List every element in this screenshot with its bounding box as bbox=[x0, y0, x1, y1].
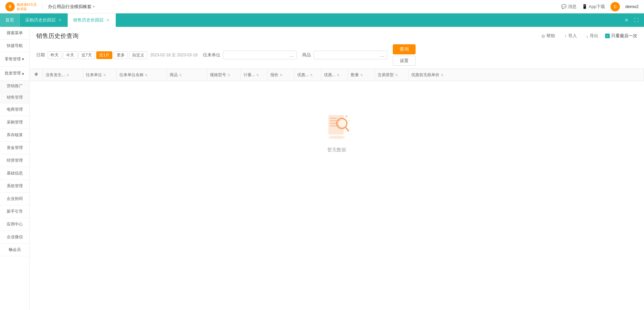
sidebar-item-sales-mgmt[interactable]: 销售管理 bbox=[0, 92, 29, 103]
goods-input[interactable] bbox=[317, 53, 380, 58]
th-unit-label: 计量... bbox=[244, 72, 255, 78]
th-spec[interactable]: 规格型号 ⇅ bbox=[207, 69, 241, 81]
query-button[interactable]: 查询 bbox=[393, 44, 416, 54]
th-quote-label: 报价 bbox=[270, 72, 278, 78]
tab-sales-history[interactable]: 销售历史价跟踪 ✕ bbox=[68, 13, 116, 27]
message-action[interactable]: 💬 消息 bbox=[561, 4, 577, 10]
sidebar-item-retail-mgmt[interactable]: 零售管理 ▼ bbox=[0, 52, 29, 66]
tab-home[interactable]: 首页 bbox=[0, 13, 20, 27]
sidebar-item-marketing[interactable]: 营销推广 bbox=[0, 81, 29, 92]
th-biz-date[interactable]: 业务发生... ⇅ bbox=[43, 69, 83, 81]
tab-sales-history-close-icon[interactable]: ✕ bbox=[106, 17, 110, 23]
sidebar-wholesale-mgmt-label: 批发管理 bbox=[5, 70, 21, 76]
close-all-tabs-icon[interactable]: ✕ bbox=[623, 16, 630, 24]
date-range-text: 2023-02-18 至 2023-03-18 bbox=[150, 52, 197, 58]
sidebar-finance-mgmt-label: 资金管理 bbox=[7, 145, 23, 151]
th-spec-sort-icon: ⇅ bbox=[227, 73, 230, 77]
sidebar-item-purchase-mgmt[interactable]: 采购管理 bbox=[0, 116, 29, 129]
only-last-checkbox[interactable]: ✓ 只看最后一次 bbox=[605, 33, 637, 39]
svg-rect-5 bbox=[330, 125, 340, 126]
sidebar-ops-mgmt-label: 经营管理 bbox=[7, 158, 23, 163]
th-quantity-label: 数量 bbox=[351, 72, 359, 78]
content-area: 销售历史价查询 ⊙ 帮助 ↑ 导入 ↓ 导出 ✓ bbox=[30, 27, 644, 310]
app-logo-text: 畅捷通好生意 标准版 bbox=[17, 2, 37, 11]
partner-label: 往来单位 bbox=[203, 52, 220, 58]
sidebar-inventory-label: 库存核算 bbox=[7, 132, 23, 138]
user-avatar-icon: D bbox=[614, 5, 616, 9]
sidebar-item-finance-mgmt[interactable]: 资金管理 bbox=[0, 142, 29, 154]
th-settings[interactable] bbox=[30, 69, 43, 81]
date-btn-custom[interactable]: 自定义 bbox=[129, 51, 147, 59]
th-partner-code[interactable]: 往来单位 ⇅ bbox=[83, 69, 117, 81]
sidebar-sales-mgmt-label: 销售管理 bbox=[7, 95, 23, 100]
date-btn-last1month[interactable]: 近1月 bbox=[96, 51, 113, 59]
message-icon: 💬 bbox=[561, 4, 567, 9]
svg-point-10 bbox=[348, 120, 350, 121]
sidebar-item-ecommerce-mgmt[interactable]: 电商管理 bbox=[0, 103, 29, 116]
goods-dots-icon[interactable]: ... bbox=[380, 52, 384, 58]
svg-rect-3 bbox=[330, 120, 341, 121]
th-goods[interactable]: 商品 ⇅ bbox=[167, 69, 207, 81]
export-button[interactable]: ↓ 导出 bbox=[584, 32, 601, 40]
settings-button[interactable]: 设置 bbox=[393, 56, 416, 66]
th-quantity-sort-icon: ⇅ bbox=[360, 73, 363, 77]
message-label: 消息 bbox=[568, 4, 577, 10]
date-filter: 日期 昨天 今天 近7天 近1月 更多 自定义 2023-02-18 至 202… bbox=[36, 51, 198, 59]
th-partner-code-sort-icon: ⇅ bbox=[103, 73, 106, 77]
sidebar-marketing-label: 营销推广 bbox=[7, 84, 23, 88]
app-download-action[interactable]: 📱 App下载 bbox=[582, 4, 605, 10]
sidebar-item-enterprise-coop[interactable]: 企业协同 bbox=[0, 193, 29, 205]
sidebar-system-mgmt-label: 系统管理 bbox=[7, 183, 23, 189]
user-avatar[interactable]: D bbox=[610, 2, 620, 11]
partner-dots-icon[interactable]: ... bbox=[289, 52, 293, 58]
th-biz-date-label: 业务发生... bbox=[46, 72, 65, 78]
logo-area: 6 畅捷通好生意 标准版 bbox=[5, 2, 37, 11]
fullscreen-icon[interactable]: ⛶ bbox=[633, 16, 640, 24]
goods-input-area[interactable]: ... bbox=[314, 51, 387, 59]
tab-purchase-history[interactable]: 采购历史价跟踪 ✕ bbox=[20, 13, 68, 27]
sidebar-app-center-label: 应用中心 bbox=[7, 221, 23, 227]
sidebar-item-inventory[interactable]: 库存核算 bbox=[0, 129, 29, 142]
th-discount2[interactable]: 优惠... ⇅ bbox=[321, 69, 348, 81]
sidebar-item-new-guide[interactable]: 新手引导 bbox=[0, 205, 29, 218]
checkbox-icon: ✓ bbox=[605, 34, 610, 38]
th-unit[interactable]: 计量... ⇅ bbox=[241, 69, 268, 81]
th-spec-label: 规格型号 bbox=[210, 72, 226, 78]
svg-point-9 bbox=[345, 115, 348, 118]
sidebar-item-search-menu[interactable]: 搜索菜单 bbox=[0, 27, 29, 40]
import-button[interactable]: ↑ 导入 bbox=[562, 32, 580, 40]
action-buttons: 查询 设置 bbox=[393, 44, 416, 66]
goods-label: 商品 bbox=[302, 52, 311, 58]
partner-input-area[interactable]: ... bbox=[223, 51, 297, 59]
filter-row: 日期 昨天 今天 近7天 近1月 更多 自定义 2023-02-18 至 202… bbox=[36, 44, 637, 66]
th-pre-tax-price[interactable]: 优惠前无税单价 ⇅ bbox=[409, 69, 644, 81]
th-discount1-label: 优惠... bbox=[297, 72, 309, 78]
sidebar-item-ops-mgmt[interactable]: 经营管理 bbox=[0, 154, 29, 167]
sidebar-item-base-info[interactable]: 基础信息 bbox=[0, 167, 29, 180]
th-quantity[interactable]: 数量 ⇅ bbox=[348, 69, 375, 81]
sidebar-item-enterprise-wechat[interactable]: 企业微信 bbox=[0, 231, 29, 244]
sidebar-item-wholesale-mgmt[interactable]: 批发管理 ▲ bbox=[0, 66, 29, 81]
th-partner-name[interactable]: 往来单位名称 ⇅ bbox=[117, 69, 167, 81]
sidebar-item-member[interactable]: 畅会员 bbox=[0, 244, 29, 256]
partner-input[interactable] bbox=[226, 53, 289, 58]
sidebar-search-menu-label: 搜索菜单 bbox=[7, 30, 23, 36]
th-trade-type[interactable]: 交易类型 ⇅ bbox=[375, 69, 409, 81]
svg-rect-2 bbox=[330, 118, 337, 119]
workspace-selector[interactable]: 办公用品行业模拟账套 ▾ bbox=[48, 4, 95, 10]
th-quote[interactable]: 报价 ⇅ bbox=[268, 69, 294, 81]
tab-purchase-history-close-icon[interactable]: ✕ bbox=[58, 17, 62, 23]
date-btn-today[interactable]: 今天 bbox=[63, 51, 77, 59]
sidebar-item-app-center[interactable]: 应用中心 bbox=[0, 218, 29, 231]
sidebar-item-quick-nav[interactable]: 快捷导航 bbox=[0, 40, 29, 52]
date-btn-yesterday[interactable]: 昨天 bbox=[48, 51, 62, 59]
date-btn-more[interactable]: 更多 bbox=[114, 51, 128, 59]
sidebar-item-system-mgmt[interactable]: 系统管理 bbox=[0, 180, 29, 193]
app-logo-icon: 6 bbox=[5, 2, 15, 11]
date-btn-last7days[interactable]: 近7天 bbox=[78, 51, 95, 59]
tab-home-label: 首页 bbox=[5, 17, 14, 23]
header-left: 6 畅捷通好生意 标准版 办公用品行业模拟账套 ▾ bbox=[5, 2, 95, 11]
help-button[interactable]: ⊙ 帮助 bbox=[539, 32, 558, 40]
th-discount1[interactable]: 优惠... ⇅ bbox=[294, 69, 321, 81]
sidebar-retail-mgmt-label: 零售管理 bbox=[5, 56, 21, 62]
